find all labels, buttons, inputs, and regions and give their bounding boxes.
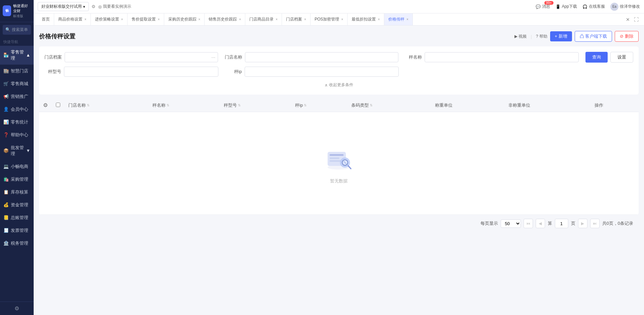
- search-form: 门店档案 ··· 门店名称 秤名称 查询: [39, 46, 639, 95]
- tab-close-purchase-strategy[interactable]: ×: [121, 18, 123, 21]
- next-page-button[interactable]: ▶: [578, 219, 587, 228]
- sort-barcode-type-icon[interactable]: ⇅: [370, 103, 372, 107]
- sidebar-search-area[interactable]: 🔍 搜索菜单: [0, 22, 34, 37]
- sidebar-item-wholesale[interactable]: 📦 批发管理 ▼: [0, 141, 34, 160]
- content-area: 价格传秤设置 ▶ 视频 | ? 帮助 + 新增 凸 客户端下载 ⊘: [34, 26, 644, 315]
- table-card: ⚙ 门店名称 ⇅ 秤名称: [39, 99, 639, 215]
- settings-button[interactable]: ⚙: [92, 4, 96, 9]
- tab-close-min-discount[interactable]: ×: [378, 18, 380, 21]
- sidebar-item-marketing[interactable]: 📢 营销推广: [0, 90, 34, 103]
- purchase-icon: 🛍️: [3, 177, 9, 182]
- last-page-button[interactable]: ⏭: [590, 219, 600, 228]
- form-item-scale-ip: 秤ip: [225, 67, 399, 77]
- add-button[interactable]: + 新增: [550, 31, 572, 41]
- sidebar-item-retail[interactable]: 🏪 零售管理 ▲: [0, 46, 34, 65]
- tab-purchase-strategy[interactable]: 进价策略设置 ×: [91, 13, 128, 26]
- per-page-select[interactable]: 50 10 20 100: [501, 219, 521, 228]
- sidebar-item-ecommerce[interactable]: 💻 小畅电商: [0, 160, 34, 173]
- query-button[interactable]: 查询: [585, 52, 608, 63]
- sidebar-item-purchase[interactable]: 🛍️ 采购管理: [0, 173, 34, 186]
- collapse-button[interactable]: ∧ 收起更多条件: [321, 81, 357, 89]
- search-menu-button[interactable]: 🔍 搜索菜单: [3, 25, 31, 35]
- inventory-icon: 📋: [3, 189, 9, 195]
- store-file-input[interactable]: [65, 52, 218, 62]
- tab-price-scale[interactable]: 价格传秤 ×: [384, 13, 413, 26]
- online-service-button[interactable]: 🎧 在线客服: [582, 4, 605, 9]
- avatar: Ea: [610, 3, 618, 11]
- smart-store-icon: 🏬: [3, 68, 9, 73]
- message-badge: 99+: [544, 1, 553, 5]
- topbar-right: 💬 消息 99+ 📱 App下载 🎧 在线客服 Ea 徐泽华修改: [536, 3, 640, 11]
- scale-model-input[interactable]: [64, 67, 218, 77]
- sidebar-item-general-ledger[interactable]: 📒 总账管理: [0, 211, 34, 224]
- tab-close-price-scale[interactable]: ×: [406, 18, 408, 21]
- tab-close-store-catalog[interactable]: ×: [276, 18, 278, 21]
- scale-ip-input[interactable]: [245, 67, 399, 77]
- tab-purchase-history[interactable]: 采购历史价跟踪 ×: [164, 13, 205, 26]
- sort-scale-name-icon[interactable]: ⇅: [167, 103, 169, 107]
- tab-close-pos-manage[interactable]: ×: [341, 18, 343, 21]
- headset-icon: 🎧: [582, 4, 587, 9]
- page-number-input[interactable]: [555, 219, 568, 228]
- video-link[interactable]: ▶ 视频: [514, 34, 527, 39]
- sidebar-item-help[interactable]: ❓ 帮助中心: [0, 129, 34, 141]
- maximize-tab-button[interactable]: ⛶: [633, 16, 640, 23]
- download-button[interactable]: 凸 客户端下载: [575, 31, 612, 42]
- first-page-button[interactable]: ⏮: [524, 219, 533, 228]
- sidebar-item-smart-store[interactable]: 🏬 智慧门店: [0, 65, 34, 77]
- sidebar-item-member[interactable]: 👤 会员中心: [0, 103, 34, 116]
- tab-sale-extract[interactable]: 售价提取设置 ×: [128, 13, 164, 26]
- sort-scale-ip-icon[interactable]: ⇅: [304, 103, 307, 107]
- tab-price-setting[interactable]: 商品价格设置 ×: [54, 13, 91, 26]
- sort-scale-model-icon[interactable]: ⇅: [238, 103, 241, 107]
- sidebar-item-invoice[interactable]: 🧾 发票管理: [0, 224, 34, 237]
- store-name-input[interactable]: [245, 52, 398, 62]
- help-link[interactable]: ? 帮助: [536, 34, 547, 39]
- form-row-1: 门店档案 ··· 门店名称 秤名称 查询: [44, 52, 633, 63]
- version-selector[interactable]: 好业财标准版交付试用 ▾: [38, 2, 89, 11]
- marketing-icon: 📢: [3, 94, 9, 99]
- tab-pos-manage[interactable]: POS加密管理 ×: [311, 13, 348, 26]
- message-button[interactable]: 💬 消息 99+: [536, 4, 550, 9]
- tab-close-purchase-history[interactable]: ×: [199, 18, 201, 21]
- tab-home[interactable]: 首页: [38, 13, 54, 26]
- sidebar-item-retail-mall[interactable]: 🛒 零售商城: [0, 77, 34, 90]
- tab-store-file[interactable]: 门店档案 ×: [282, 13, 311, 26]
- form-item-store-name: 门店名称: [225, 52, 398, 62]
- tab-min-discount[interactable]: 最低折扣设置 ×: [348, 13, 384, 26]
- sidebar-item-inventory[interactable]: 📋 库存核算: [0, 186, 34, 199]
- page-actions: ▶ 视频 | ? 帮助 + 新增 凸 客户端下载 ⊘ 删除: [514, 31, 639, 42]
- sidebar-item-tax[interactable]: 🏦 税务管理: [0, 237, 34, 250]
- settings-gear-icon[interactable]: ⚙: [14, 305, 19, 312]
- set-button[interactable]: 设置: [610, 52, 633, 63]
- tab-close-sales-history[interactable]: ×: [239, 18, 241, 21]
- sidebar-item-finance[interactable]: 💰 资金管理: [0, 199, 34, 211]
- form-item-scale-name: 秤名称: [405, 52, 579, 62]
- sort-store-name-icon[interactable]: ⇅: [87, 103, 90, 107]
- prev-page-button[interactable]: ◀: [536, 219, 545, 228]
- tab-store-catalog[interactable]: 门店商品目录 ×: [245, 13, 282, 26]
- help-circle-icon: ?: [536, 34, 538, 39]
- tab-close-sale-extract[interactable]: ×: [158, 18, 160, 21]
- tabs-control: ✕ ⛶: [624, 16, 640, 23]
- more-icon[interactable]: ···: [211, 55, 215, 60]
- chevron-up-icon: ∧: [325, 83, 328, 88]
- demo-link[interactable]: ◎ 我要看实例演示: [98, 4, 131, 9]
- close-tab-button[interactable]: ✕: [624, 16, 631, 23]
- select-all-checkbox[interactable]: [56, 103, 60, 107]
- user-menu[interactable]: Ea 徐泽华修改: [610, 3, 640, 11]
- th-scale-model: 秤型号 ⇅: [220, 99, 291, 112]
- delete-button[interactable]: ⊘ 删除: [615, 31, 639, 42]
- sidebar-item-retail-stats[interactable]: 📊 零售统计: [0, 116, 34, 129]
- video-icon: ▶: [514, 34, 517, 39]
- demo-icon: ◎: [98, 4, 102, 9]
- table-gear-icon[interactable]: ⚙: [43, 102, 48, 108]
- form-row-2: 秤型号 秤ip: [44, 67, 633, 77]
- divider: |: [531, 34, 532, 39]
- app-download-button[interactable]: 📱 App下载: [556, 4, 577, 9]
- th-non-weight-unit: 非称重单位: [504, 99, 590, 112]
- tab-close-store-file[interactable]: ×: [304, 18, 306, 21]
- tab-sales-history[interactable]: 销售历史价跟踪 ×: [205, 13, 245, 26]
- tab-close-price-setting[interactable]: ×: [84, 18, 86, 21]
- scale-name-input[interactable]: [425, 52, 579, 62]
